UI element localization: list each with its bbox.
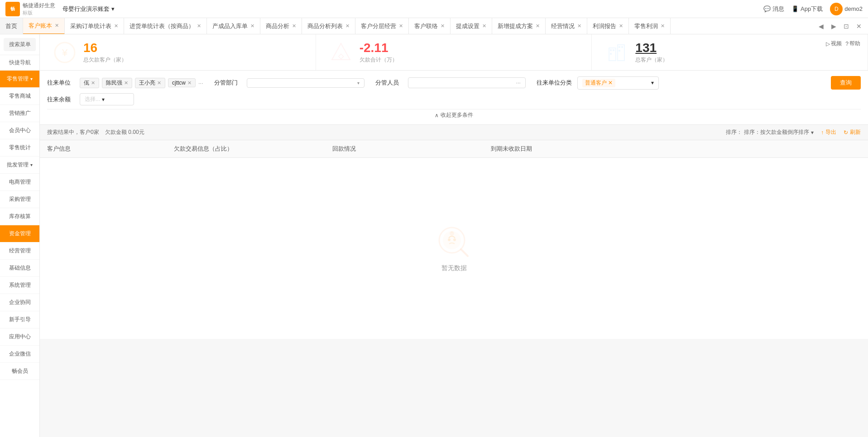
close-tab-account-book[interactable]: ✕ — [55, 23, 59, 28]
filter-more-btn[interactable]: ··· — [198, 80, 203, 86]
tab-next-btn[interactable]: ▶ — [828, 21, 839, 32]
svg-point-13 — [448, 238, 451, 241]
tab-stock-stats[interactable]: 进货单统计表（按商品） ✕ — [124, 18, 207, 34]
refresh-btn[interactable]: ↻ 刷新 — [844, 128, 861, 136]
store-selector[interactable]: 母婴行业演示账套 ▾ — [59, 3, 118, 15]
help-btn[interactable]: ? 帮助 — [845, 40, 860, 48]
close-tab-commission-setting[interactable]: ✕ — [482, 23, 486, 29]
search-menu-btn[interactable]: 搜索菜单 — [4, 38, 36, 51]
sidebar-item-fast-nav[interactable]: 快捷导航 — [0, 55, 39, 71]
sidebar-item-purchase[interactable]: 采购管理 — [0, 191, 39, 208]
tab-goods-analysis[interactable]: 商品分析 ✕ — [260, 18, 302, 34]
close-tab-customer-layer[interactable]: ✕ — [399, 23, 403, 29]
stats-bar: ¥ 16 总欠款客户（家） ◇ -2.11 欠款合计（ — [40, 34, 868, 71]
refresh-icon: ↻ — [844, 129, 848, 136]
remove-tag-chen[interactable]: ✕ — [124, 80, 128, 86]
sidebar-item-member[interactable]: 会员中心 — [0, 122, 39, 139]
filter-person-select[interactable]: ··· — [408, 77, 526, 88]
sort-select[interactable]: 排序： 排序：按欠款金额倒序排序 ▾ — [726, 128, 814, 136]
sidebar-item-system[interactable]: 系统管理 — [0, 277, 39, 294]
tab-production[interactable]: 产成品入库单 ✕ — [207, 18, 260, 34]
collapse-filter-btn[interactable]: ∧ 收起更多条件 — [47, 109, 861, 121]
close-tab-stock-stats[interactable]: ✕ — [197, 23, 201, 29]
remove-classify-tag[interactable]: ✕ — [608, 80, 613, 86]
table-area: 客户信息 欠款交易信息（占比） 回款情况 到期未收款日期 — [40, 140, 868, 339]
sidebar-item-retail[interactable]: 零售管理 ▾ — [0, 71, 39, 88]
stat-value-all-customers: 131 — [635, 41, 668, 55]
top-bar: 畅 畅捷通好生意 标版 母婴行业演示账套 ▾ 💬 消息 📱 App下载 D de… — [0, 0, 868, 18]
tab-home[interactable]: 首页 — [0, 18, 23, 34]
close-tab-goods-analysis[interactable]: ✕ — [292, 23, 296, 29]
remove-tag-wa[interactable]: ✕ — [91, 80, 95, 86]
close-tab-operation[interactable]: ✕ — [577, 23, 581, 29]
tab-commission-setting[interactable]: 提成设置 ✕ — [451, 18, 492, 34]
filter-classify-select[interactable]: 普通客户 ✕ ▾ — [577, 76, 659, 90]
stat-total-debt: ◇ -2.11 欠款合计（万） — [316, 34, 592, 70]
close-tab-retail-profit[interactable]: ✕ — [661, 23, 665, 29]
sidebar-item-basic-info[interactable]: 基础信息 — [0, 260, 39, 277]
remove-tag-cj[interactable]: ✕ — [187, 80, 192, 86]
sidebar-item-ecommerce[interactable]: 电商管理 — [0, 174, 39, 191]
tab-window-btn[interactable]: ⊡ — [841, 21, 852, 32]
stat-icon-money: ¥ — [53, 41, 76, 64]
svg-text:◇: ◇ — [338, 52, 344, 59]
tab-customer-contact[interactable]: 客户联络 ✕ — [409, 18, 451, 34]
video-btn[interactable]: ▷ 视频 — [826, 40, 842, 48]
tab-goods-list[interactable]: 商品分析列表 ✕ — [302, 18, 355, 34]
remove-tag-wang[interactable]: ✕ — [157, 80, 161, 86]
filter-row-balance: 往来余额 选择... ▾ — [47, 93, 861, 105]
nav-tabs: 首页 客户账本 ✕ 采购订单统计表 ✕ 进货单统计表（按商品） ✕ 产成品入库单… — [0, 18, 868, 34]
results-actions: 排序： 排序：按欠款金额倒序排序 ▾ ↑ 导出 ↻ 刷新 — [726, 128, 861, 136]
tab-purchase-order[interactable]: 采购订单统计表 ✕ — [65, 18, 124, 34]
sidebar-item-collab[interactable]: 企业协同 — [0, 294, 39, 311]
sidebar-item-retail-mall[interactable]: 零售商城 — [0, 88, 39, 105]
tab-operation[interactable]: 经营情况 ✕ — [546, 18, 587, 34]
export-icon: ↑ — [821, 129, 824, 136]
top-bar-left: 畅 畅捷通好生意 标版 母婴行业演示账套 ▾ — [5, 2, 118, 16]
tab-prev-btn[interactable]: ◀ — [815, 21, 826, 32]
close-tab-goods-list[interactable]: ✕ — [345, 23, 350, 29]
filter-balance-select[interactable]: 选择... ▾ — [80, 93, 134, 105]
close-tab-purchase-order[interactable]: ✕ — [114, 23, 118, 29]
filter-tag-cj: cjttcw ✕ — [168, 78, 196, 87]
avatar: D — [830, 3, 843, 15]
tab-retail-profit[interactable]: 零售利润 ✕ — [629, 18, 671, 34]
user-menu[interactable]: D demo2 — [830, 3, 863, 15]
filter-dept-select[interactable]: ▾ — [247, 78, 364, 88]
sidebar-item-finance[interactable]: 资金管理 — [0, 225, 39, 242]
logo-icon: 畅 — [5, 2, 20, 16]
sidebar-item-vip[interactable]: 畅会员 — [0, 363, 39, 380]
sidebar-item-operation[interactable]: 经营管理 — [0, 242, 39, 260]
up-arrow-icon: ∧ — [435, 112, 439, 119]
tab-customer-layer[interactable]: 客户分层经营 ✕ — [355, 18, 409, 34]
svg-text:¥: ¥ — [62, 47, 68, 58]
sidebar-item-wholesale[interactable]: 批发管理 ▾ — [0, 157, 39, 174]
dept-arrow-icon: ▾ — [357, 81, 360, 86]
sidebar-item-inventory[interactable]: 库存核算 — [0, 208, 39, 225]
messages-btn[interactable]: 💬 消息 — [763, 5, 784, 13]
app-download-btn[interactable]: 📱 App下载 — [791, 5, 823, 13]
sidebar-search-area: 搜索菜单 — [0, 34, 39, 55]
sidebar-item-wechat[interactable]: 企业微信 — [0, 346, 39, 363]
tab-account-book[interactable]: 客户账本 ✕ — [23, 18, 65, 34]
play-icon: ▷ — [826, 41, 830, 47]
sidebar-item-marketing[interactable]: 营销推广 — [0, 105, 39, 122]
tab-new-commission[interactable]: 新增提成方案 ✕ — [492, 18, 546, 34]
query-button[interactable]: 查询 — [831, 76, 861, 90]
close-tab-customer-contact[interactable]: ✕ — [441, 23, 445, 29]
results-summary: 搜索结果中，客户0家 欠款金额 0.00元 — [47, 128, 144, 136]
tab-profit-report[interactable]: 利润报告 ✕ — [587, 18, 629, 34]
export-btn[interactable]: ↑ 导出 — [821, 128, 836, 136]
close-tab-new-commission[interactable]: ✕ — [536, 23, 540, 29]
sidebar-item-app-center[interactable]: 应用中心 — [0, 328, 39, 346]
stat-info-customers: 16 总欠款客户（家） — [83, 41, 127, 64]
main-layout: 搜索菜单 快捷导航 零售管理 ▾ 零售商城 营销推广 会员中心 零售统计 批发管… — [0, 34, 868, 437]
sidebar-item-retail-stats[interactable]: 零售统计 — [0, 139, 39, 157]
sidebar-item-guide[interactable]: 新手引导 — [0, 311, 39, 328]
svg-rect-5 — [610, 49, 612, 51]
empty-text: 暂无数据 — [441, 264, 467, 272]
tab-close-btn[interactable]: ✕ — [854, 21, 864, 32]
close-tab-production[interactable]: ✕ — [250, 23, 254, 29]
close-tab-profit-report[interactable]: ✕ — [619, 23, 623, 29]
filter-classify-label: 往来单位分类 — [537, 79, 572, 87]
